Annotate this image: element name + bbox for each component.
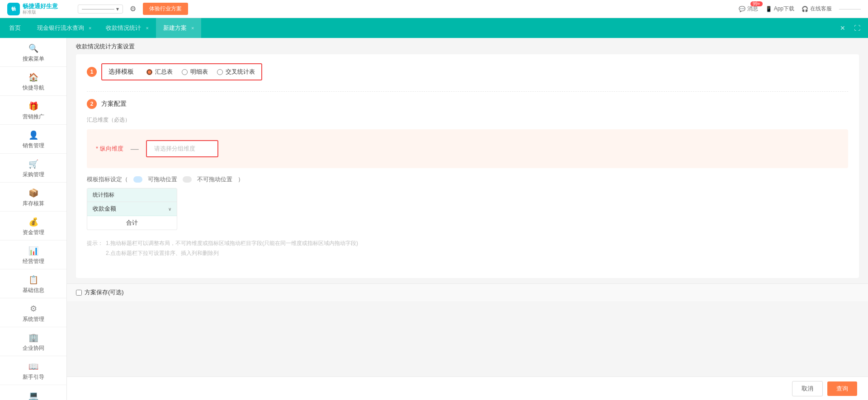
notification-item[interactable]: 💬 消息 99+ bbox=[739, 5, 758, 13]
sidebar-item-purchase[interactable]: 🛒 采购管理 bbox=[0, 154, 66, 183]
tip-text-2: 2.点击标题栏下拉可设置排序、插入列和删除列 bbox=[106, 249, 219, 259]
radio-summary-label: 汇总表 bbox=[155, 68, 173, 76]
tabs-bar: 首页 现金银行流水查询 × 收款情况统计 × 新建方案 × ✕ ⛶ bbox=[0, 18, 868, 38]
radio-cross-input[interactable] bbox=[217, 69, 223, 75]
metric-table: 统计指标 收款金额 ∨ 合计 bbox=[87, 188, 177, 230]
tip-line-1: 提示： 1.拖动标题栏可以调整布局，不可跨维度或指标区域拖动栏目字段(只能在同一… bbox=[87, 239, 848, 249]
tip-prefix-1: 提示： bbox=[87, 239, 103, 249]
tab-home[interactable]: 首页 bbox=[0, 18, 30, 38]
metric-section: 模板指标设定（ 可拖动位置 不可拖动位置 ） 统计指标 bbox=[87, 175, 848, 231]
dimension-selector[interactable]: 请选择分组维度 bbox=[146, 140, 218, 157]
notification-count: 99+ bbox=[750, 1, 763, 6]
radio-summary-input[interactable] bbox=[146, 69, 152, 75]
sidebar-item-system[interactable]: ⚙ 系统管理 bbox=[0, 298, 66, 327]
radio-summary[interactable]: 汇总表 bbox=[146, 68, 173, 76]
logo-icon: 畅 bbox=[7, 3, 20, 15]
chart-icon: 📊 bbox=[28, 246, 38, 256]
template-selection-box: 选择模板 汇总表 明细表 bbox=[101, 63, 262, 80]
radio-cross[interactable]: 交叉统计表 bbox=[217, 68, 255, 76]
tab-new-plan[interactable]: 新建方案 × bbox=[156, 18, 201, 38]
section-divider-1 bbox=[87, 91, 848, 92]
sidebar-item-base-info-label: 基础信息 bbox=[23, 287, 44, 294]
company-selector[interactable]: —————— ▾ bbox=[78, 5, 123, 14]
movable-indicator bbox=[133, 176, 142, 183]
tabs-bar-right: ✕ ⛶ bbox=[837, 23, 868, 33]
save-option-checkbox-label[interactable]: 方案保存(可选) bbox=[76, 288, 124, 296]
dimension-placeholder: 请选择分组维度 bbox=[154, 145, 195, 152]
form-card: 1 选择模板 汇总表 明细表 bbox=[76, 54, 859, 278]
top-bar-left: 畅 畅捷通好生意 标准版 —————— ▾ ⚙ 体验行业方案 bbox=[7, 3, 188, 15]
step2-section: 2 方案配置 汇总维度（必选） * 纵向维度 — 请选择分组维度 bbox=[87, 99, 848, 258]
radio-detail-input[interactable] bbox=[182, 69, 188, 75]
sidebar-item-enterprise[interactable]: 🏢 企业协同 bbox=[0, 327, 66, 356]
save-option-checkbox[interactable] bbox=[76, 290, 82, 296]
money-icon: 💰 bbox=[28, 217, 38, 227]
industry-btn[interactable]: 体验行业方案 bbox=[143, 3, 188, 15]
radio-cross-label: 交叉统计表 bbox=[226, 68, 255, 76]
metric-cell-label: 合计 bbox=[126, 219, 138, 226]
movable-label: 可拖动位置 bbox=[148, 175, 177, 184]
support-label: 在线客服 bbox=[810, 5, 832, 13]
sidebar-item-operations[interactable]: 📊 经营管理 bbox=[0, 240, 66, 269]
sidebar-item-system-label: 系统管理 bbox=[23, 315, 44, 323]
settings-button[interactable]: ⚙ bbox=[127, 3, 139, 15]
radio-detail[interactable]: 明细表 bbox=[182, 68, 208, 76]
fixed-indicator bbox=[183, 176, 192, 183]
sidebar-item-hardware[interactable]: 💻 智能硬件 bbox=[0, 385, 66, 400]
metric-table-row[interactable]: 收款金额 ∨ bbox=[87, 202, 177, 216]
gift-icon: 🎁 bbox=[28, 101, 38, 111]
page-title-bar: 收款情况统计方案设置 bbox=[67, 38, 868, 54]
logo-symbol: 畅 bbox=[11, 6, 16, 12]
clipboard-icon: 📋 bbox=[28, 275, 38, 285]
metric-header: 模板指标设定（ 可拖动位置 不可拖动位置 ） bbox=[87, 175, 848, 184]
tip-line-2: 提示： 2.点击标题栏下拉可设置排序、插入列和删除列 bbox=[87, 249, 848, 259]
save-option-bar: 方案保存(可选) bbox=[67, 283, 868, 301]
tab-collection-stats[interactable]: 收款情况统计 × bbox=[99, 18, 156, 38]
tab-collection-stats-close[interactable]: × bbox=[146, 25, 148, 31]
sidebar-item-quick-nav[interactable]: 🏠 快捷导航 bbox=[0, 67, 66, 96]
sidebar-item-inventory[interactable]: 📦 库存核算 bbox=[0, 183, 66, 212]
tab-cash-flow-close[interactable]: × bbox=[89, 25, 91, 31]
footer-bar: 取消 查询 bbox=[67, 376, 868, 400]
window-maximize-button[interactable]: ⛶ bbox=[852, 23, 863, 33]
cancel-button[interactable]: 取消 bbox=[792, 381, 823, 396]
sidebar: 🔍 搜索菜单 🏠 快捷导航 🎁 营销推广 👤 销售管理 🛒 采购管理 📦 库存核… bbox=[0, 38, 67, 400]
sidebar-item-finance[interactable]: 💰 资金管理 bbox=[0, 212, 66, 240]
window-close-button[interactable]: ✕ bbox=[837, 23, 848, 33]
tab-new-plan-close[interactable]: × bbox=[191, 25, 194, 31]
sidebar-item-sales[interactable]: 👤 销售管理 bbox=[0, 125, 66, 154]
message-icon: 💬 bbox=[739, 6, 745, 12]
top-bar: 畅 畅捷通好生意 标准版 —————— ▾ ⚙ 体验行业方案 💬 消息 99+ … bbox=[0, 0, 868, 18]
tab-cash-flow[interactable]: 现金银行流水查询 × bbox=[30, 18, 99, 38]
step1-header: 1 选择模板 汇总表 明细表 bbox=[87, 63, 848, 80]
dimension-arrow: — bbox=[131, 144, 139, 154]
sidebar-item-marketing[interactable]: 🎁 营销推广 bbox=[0, 96, 66, 125]
sidebar-item-base-info[interactable]: 📋 基础信息 bbox=[0, 269, 66, 298]
company-name: —————— bbox=[82, 6, 114, 12]
page-content: 收款情况统计方案设置 1 选择模板 汇总表 bbox=[67, 38, 868, 376]
top-bar-right: 💬 消息 99+ 📱 App下载 🎧 在线客服 ———— bbox=[739, 5, 861, 13]
book-icon: 📖 bbox=[28, 362, 38, 372]
support-item[interactable]: 🎧 在线客服 bbox=[802, 5, 832, 13]
user-item[interactable]: ———— bbox=[839, 6, 861, 12]
user-name: ———— bbox=[839, 6, 861, 12]
logo-text: 畅捷通好生意 bbox=[23, 3, 58, 10]
vertical-dimension-label: * 纵向维度 bbox=[96, 145, 123, 153]
metric-dropdown-icon[interactable]: ∨ bbox=[168, 207, 171, 212]
sidebar-item-sales-label: 销售管理 bbox=[23, 142, 44, 150]
building-icon: 🏢 bbox=[28, 333, 38, 343]
sidebar-item-guide[interactable]: 📖 新手引导 bbox=[0, 356, 66, 385]
download-item[interactable]: 📱 App下载 bbox=[765, 5, 794, 13]
sidebar-item-search[interactable]: 🔍 搜索菜单 bbox=[0, 38, 66, 67]
sidebar-item-search-label: 搜索菜单 bbox=[23, 55, 44, 63]
hardware-icon: 💻 bbox=[28, 391, 38, 400]
tab-collection-stats-label: 收款情况统计 bbox=[106, 24, 141, 32]
query-button[interactable]: 查询 bbox=[827, 381, 857, 396]
tip-text-1: 1.拖动标题栏可以调整布局，不可跨维度或指标区域拖动栏目字段(只能在同一维度或指… bbox=[106, 239, 358, 249]
step1-section: 1 选择模板 汇总表 明细表 bbox=[87, 63, 848, 80]
close-paren: ） bbox=[238, 175, 244, 184]
tab-cash-flow-label: 现金银行流水查询 bbox=[37, 24, 84, 32]
save-option-label: 方案保存(可选) bbox=[85, 288, 124, 296]
sidebar-item-inventory-label: 库存核算 bbox=[23, 200, 44, 207]
sidebar-item-finance-label: 资金管理 bbox=[23, 229, 44, 236]
